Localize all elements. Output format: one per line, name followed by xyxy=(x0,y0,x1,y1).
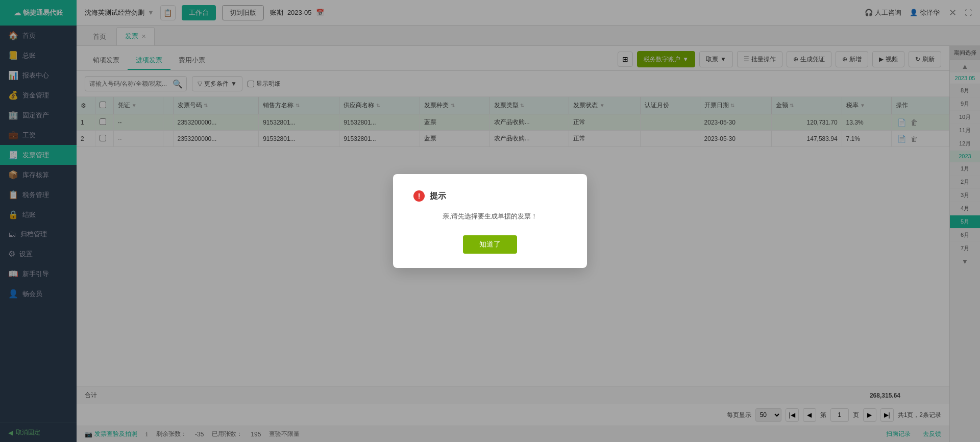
exclamation-icon: ! xyxy=(418,192,421,200)
alert-icon: ! xyxy=(413,190,425,202)
alert-dialog: ! 提示 亲,请先选择要生成单据的发票！ 知道了 xyxy=(393,174,587,268)
dialog-title: 提示 xyxy=(430,191,446,202)
dialog-header: ! 提示 xyxy=(413,190,567,202)
dialog-confirm-button[interactable]: 知道了 xyxy=(463,235,517,254)
dialog-message: 亲,请先选择要生成单据的发票！ xyxy=(413,212,567,221)
dialog-overlay[interactable]: ! 提示 亲,请先选择要生成单据的发票！ 知道了 xyxy=(0,0,980,442)
